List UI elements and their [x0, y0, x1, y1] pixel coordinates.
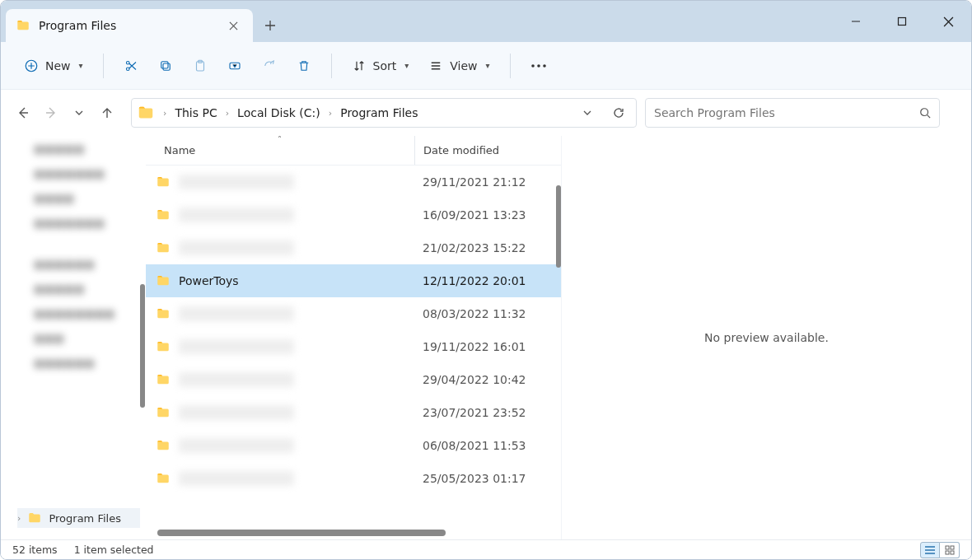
content-area: ■■■■■ ■■■■■■■ ■■■■ ■■■■■■■ ■■■■■■ ■■■■■ …	[1, 136, 971, 539]
close-window-button[interactable]	[925, 1, 971, 42]
tab-close-button[interactable]	[223, 16, 243, 35]
chevron-right-icon: ›	[17, 513, 21, 524]
file-name-blurred	[179, 208, 294, 222]
view-list-icon	[428, 58, 443, 73]
file-list: ˄ Name Date modified 29/11/2021 21:1216/…	[146, 136, 561, 539]
sidebar-item-program-files[interactable]: › Program Files	[17, 508, 140, 528]
up-button[interactable]	[95, 99, 119, 127]
svg-rect-14	[951, 546, 954, 549]
address-dropdown-button[interactable]	[575, 100, 600, 125]
recent-locations-button[interactable]	[67, 99, 91, 127]
refresh-icon	[612, 106, 625, 119]
thumbnails-view-button[interactable]	[940, 542, 960, 558]
file-name-blurred	[179, 240, 294, 255]
new-tab-button[interactable]	[253, 9, 287, 42]
forward-button[interactable]	[39, 99, 63, 127]
file-rows: 29/11/2021 21:1216/09/2021 13:2321/02/20…	[146, 166, 561, 526]
maximize-button[interactable]	[879, 1, 925, 42]
file-row[interactable]: 25/05/2023 01:17	[146, 462, 561, 495]
file-name-blurred	[179, 471, 294, 486]
folder-icon	[156, 471, 171, 486]
sidebar-item-label: Program Files	[49, 512, 121, 525]
address-bar[interactable]: › This PC › Local Disk (C:) › Program Fi…	[131, 98, 637, 128]
vertical-scrollbar[interactable]	[556, 185, 561, 268]
chevron-down-icon	[582, 108, 592, 118]
back-button[interactable]	[11, 99, 35, 127]
file-name-cell	[146, 306, 414, 321]
new-button[interactable]: New ▾	[16, 51, 91, 81]
file-row[interactable]: 19/11/2022 16:01	[146, 330, 561, 363]
file-name-cell	[146, 240, 414, 255]
chevron-right-icon[interactable]: ›	[161, 108, 168, 119]
file-date-cell: 21/02/2023 15:22	[414, 241, 561, 254]
minimize-button[interactable]	[833, 1, 879, 42]
item-count: 52 items	[12, 544, 58, 556]
file-name-blurred	[179, 405, 294, 420]
delete-button[interactable]	[288, 51, 320, 81]
breadcrumb-program-files[interactable]: Program Files	[337, 99, 421, 127]
sidebar-scrollbar[interactable]	[140, 284, 145, 408]
svg-rect-15	[946, 551, 949, 554]
file-row[interactable]: PowerToys12/11/2022 20:01	[146, 264, 561, 297]
svg-rect-0	[899, 18, 906, 26]
file-row[interactable]: 06/08/2021 11:53	[146, 429, 561, 462]
list-view-icon	[924, 545, 936, 555]
copy-button[interactable]	[150, 51, 181, 81]
window-controls	[833, 1, 971, 42]
file-name: PowerToys	[179, 274, 239, 287]
file-name-cell: PowerToys	[146, 273, 414, 288]
folder-icon	[156, 372, 171, 387]
svg-rect-16	[951, 551, 954, 554]
file-date-cell: 29/04/2022 10:42	[414, 373, 561, 386]
breadcrumb-local-disk[interactable]: Local Disk (C:)	[234, 99, 324, 127]
search-input[interactable]	[654, 106, 919, 119]
svg-rect-5	[161, 61, 167, 68]
column-headers: ˄ Name Date modified	[146, 136, 561, 166]
file-date-cell: 12/11/2022 20:01	[414, 274, 561, 287]
cut-button[interactable]	[115, 51, 147, 81]
file-date-cell: 19/11/2022 16:01	[414, 340, 561, 353]
column-header-date[interactable]: Date modified	[414, 136, 561, 165]
breadcrumb-label: Local Disk (C:)	[237, 106, 320, 119]
tab-program-files[interactable]: Program Files	[6, 9, 253, 42]
search-box[interactable]	[645, 98, 940, 128]
svg-point-12	[921, 109, 928, 116]
file-row[interactable]: 16/09/2021 13:23	[146, 198, 561, 231]
folder-icon	[156, 273, 171, 288]
rename-button[interactable]	[219, 51, 250, 81]
address-row: › This PC › Local Disk (C:) › Program Fi…	[1, 90, 971, 136]
view-button[interactable]: View ▾	[420, 51, 498, 81]
file-name-cell	[146, 471, 414, 486]
share-button[interactable]	[254, 51, 285, 81]
file-name-blurred	[179, 438, 294, 453]
svg-rect-4	[163, 63, 170, 70]
folder-icon	[27, 511, 42, 525]
paste-button[interactable]	[185, 51, 216, 81]
file-row[interactable]: 23/07/2021 23:52	[146, 396, 561, 429]
chevron-down-icon: ▾	[486, 61, 490, 70]
grid-view-icon	[945, 545, 955, 555]
navigation-sidebar[interactable]: ■■■■■ ■■■■■■■ ■■■■ ■■■■■■■ ■■■■■■ ■■■■■ …	[1, 136, 146, 539]
column-header-name[interactable]: Name	[146, 144, 414, 156]
chevron-right-icon[interactable]: ›	[224, 108, 231, 119]
breadcrumb-this-pc[interactable]: This PC	[171, 99, 220, 127]
file-row[interactable]: 29/04/2022 10:42	[146, 363, 561, 396]
search-icon[interactable]	[919, 107, 931, 119]
file-row[interactable]: 08/03/2022 11:32	[146, 297, 561, 330]
file-row[interactable]: 21/02/2023 15:22	[146, 231, 561, 264]
horizontal-scrollbar[interactable]	[157, 530, 446, 536]
preview-empty-text: No preview available.	[704, 331, 829, 344]
sort-button[interactable]: Sort ▾	[343, 51, 418, 81]
new-plus-circle-icon	[24, 58, 39, 73]
chevron-down-icon: ▾	[79, 61, 83, 70]
status-bar: 52 items 1 item selected	[1, 539, 971, 559]
chevron-right-icon[interactable]: ›	[327, 108, 334, 119]
file-date-cell: 08/03/2022 11:32	[414, 307, 561, 320]
copy-icon	[158, 58, 173, 73]
refresh-button[interactable]	[606, 100, 631, 125]
file-name-blurred	[179, 306, 294, 321]
more-button[interactable]	[522, 51, 555, 81]
details-view-button[interactable]	[920, 542, 940, 558]
file-row[interactable]: 29/11/2021 21:12	[146, 166, 561, 198]
folder-icon	[156, 438, 171, 453]
